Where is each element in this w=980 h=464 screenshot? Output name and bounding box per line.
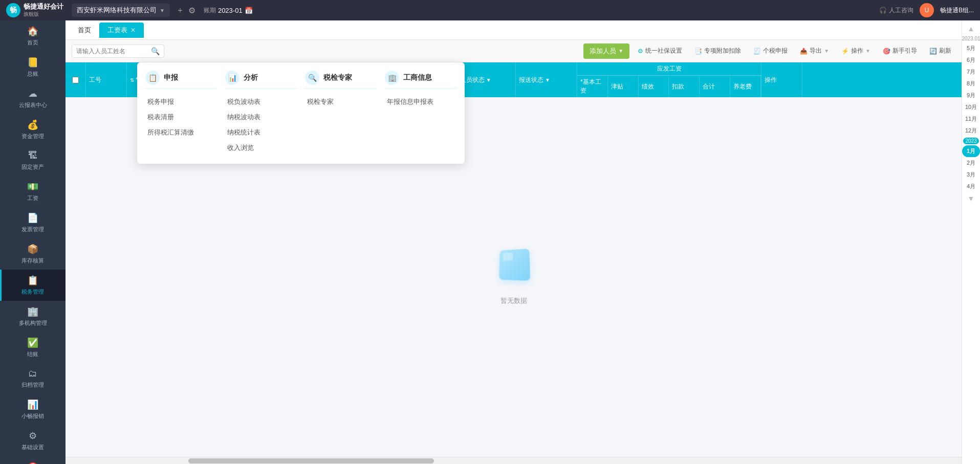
tab-close-button[interactable]: ✕ (130, 27, 136, 34)
horizontal-scrollbar[interactable] (66, 457, 962, 464)
new-guide-label: 新手引导 (892, 47, 917, 55)
sidebar-item-cloud-report[interactable]: ☁ 云报表中心 (0, 83, 66, 114)
filter-report-icon[interactable]: ▼ (545, 77, 550, 83)
rs-month-4[interactable]: 4月 (962, 181, 980, 192)
menu-item-tax-statistics[interactable]: 纳税统计表 (225, 125, 297, 140)
support-label: 人工咨询 (889, 6, 913, 15)
declaration-icon: 📋 (145, 71, 160, 85)
sidebar-label-fixed-assets: 固定资产 (21, 163, 44, 171)
sidebar-item-home[interactable]: 🏠 首页 (0, 20, 66, 52)
topbar-actions: ＋ ⚙ (176, 5, 195, 16)
th-report: 报送状态 ▼ (516, 62, 577, 97)
sidebar-item-close[interactable]: ✅ 结账 (0, 332, 66, 363)
home-icon: 🏠 (27, 26, 38, 37)
rs-prev-button[interactable]: ▲ (966, 23, 977, 35)
salary-icon: 💵 (27, 181, 38, 192)
main-layout: 🏠 首页 📒 总账 ☁ 云报表中心 💰 资金管理 🏗 固定资产 💵 工资 📄 发… (0, 20, 980, 464)
rs-month-6[interactable]: 6月 (962, 54, 980, 66)
special-deduct-button[interactable]: 📑 专项附加扣除 (690, 45, 745, 57)
th-deduct: 扣款 (669, 76, 700, 97)
calendar-icon[interactable]: 📅 (245, 7, 253, 14)
empty-icon (493, 249, 534, 290)
sidebar-item-guide[interactable]: 🎯 新手引导 (0, 456, 66, 464)
fund-icon: 💰 (27, 119, 38, 130)
company-name: 西安虾米网络科技有限公司 (77, 6, 157, 15)
th-op: 操作 (761, 62, 802, 97)
sidebar-label-home: 首页 (27, 39, 38, 47)
tab-salary-table[interactable]: 工资表 ✕ (99, 23, 144, 38)
add-person-arrow-icon: ▼ (618, 48, 623, 54)
select-all-checkbox[interactable] (72, 77, 79, 83)
refresh-label: 刷新 (939, 47, 951, 55)
rs-month-1-active[interactable]: 1月 (962, 145, 980, 157)
search-input[interactable] (76, 48, 148, 55)
empty-cube-graphic (499, 248, 530, 280)
rs-next-button[interactable]: ▼ (966, 192, 977, 205)
cloud-icon: ☁ (28, 88, 37, 99)
sidebar-item-fund[interactable]: 💰 资金管理 (0, 114, 66, 145)
add-person-button[interactable]: 添加人员 ▼ (583, 43, 629, 59)
invoice-icon: 📄 (27, 212, 38, 224)
th-yingfa-group: 应发工资 *基本工资 津贴 绩效 扣款 合计 养老费 (577, 62, 761, 97)
sidebar-label-salary: 工资 (27, 194, 38, 202)
export-label: 导出 (810, 47, 822, 55)
add-company-button[interactable]: ＋ (176, 5, 184, 16)
operate-button[interactable]: ⚡ 操作 ▼ (837, 45, 875, 57)
personal-tax-button[interactable]: 🧾 个税申报 (749, 45, 792, 57)
dropdown-col-header-tax-expert: 🔍 税检专家 (305, 71, 377, 89)
dropdown-col-header-business-info: 🏢 工商信息 (385, 71, 456, 89)
rs-month-2[interactable]: 2月 (962, 157, 980, 169)
tax-expert-title: 税检专家 (323, 73, 352, 82)
menu-item-tax-table-list[interactable]: 税表清册 (145, 109, 217, 125)
rs-month-3[interactable]: 3月 (962, 169, 980, 181)
menu-item-tax-burden-fluctuation[interactable]: 税负波动表 (225, 94, 297, 109)
sidebar-item-fixed-assets[interactable]: 🏗 固定资产 (0, 145, 66, 176)
rs-month-5[interactable]: 5月 (962, 42, 980, 54)
menu-item-annual-report[interactable]: 年报信息申报表 (385, 94, 456, 109)
support-button[interactable]: 🎧 人工咨询 (879, 6, 913, 15)
menu-item-tax-payment-fluctuation[interactable]: 纳税波动表 (225, 109, 297, 125)
logo-area: 畅 畅捷通好会计 旗舰版 (6, 3, 68, 18)
sidebar-item-tax[interactable]: 📋 税务管理 (0, 270, 66, 301)
menu-item-tax-expert[interactable]: 税检专家 (305, 94, 377, 109)
rs-month-7[interactable]: 7月 (962, 66, 980, 78)
export-button[interactable]: 📤 导出 ▼ (796, 45, 833, 57)
rs-month-11[interactable]: 11月 (962, 113, 980, 125)
sidebar-item-invoice[interactable]: 📄 发票管理 (0, 207, 66, 238)
search-icon: 🔍 (151, 47, 160, 55)
filter-status-icon[interactable]: ▼ (486, 77, 491, 83)
menu-item-income-browse[interactable]: 收入浏览 (225, 140, 297, 156)
sidebar-label-inventory: 库存核算 (21, 257, 44, 264)
rs-month-10[interactable]: 10月 (962, 101, 980, 113)
tab-home[interactable]: 首页 (70, 23, 99, 38)
company-selector[interactable]: 西安虾米网络科技有限公司 ▼ (72, 4, 170, 17)
tax-icon: 📋 (27, 275, 38, 286)
sidebar-label-close: 结账 (27, 350, 38, 358)
rs-year-tag: 2023 (963, 138, 978, 144)
menu-item-tax-declaration[interactable]: 税务申报 (145, 94, 217, 109)
rs-month-9[interactable]: 9月 (962, 90, 980, 101)
user-name[interactable]: 畅捷通B组... (940, 6, 974, 15)
new-guide-button[interactable]: 🎯 新手引导 (879, 45, 921, 57)
operate-arrow-icon: ▼ (865, 48, 870, 54)
sidebar-item-ledger[interactable]: 📒 总账 (0, 52, 66, 83)
refresh-button[interactable]: 🔄 刷新 (925, 45, 955, 57)
special-deduct-icon: 📑 (694, 48, 702, 55)
rs-month-8[interactable]: 8月 (962, 78, 980, 90)
sidebar-item-inventory[interactable]: 📦 库存核算 (0, 238, 66, 270)
sidebar-label-invoice: 发票管理 (21, 226, 44, 233)
th-yingfa-title: 应发工资 (577, 62, 761, 76)
sidebar-label-settings: 基础设置 (21, 444, 44, 451)
sidebar-label-archive: 归档管理 (21, 381, 44, 389)
sidebar-item-salary[interactable]: 💵 工资 (0, 176, 66, 207)
sidebar-item-multi-org[interactable]: 🏢 多机构管理 (0, 301, 66, 332)
th-checkbox[interactable] (66, 62, 86, 97)
sidebar-item-report[interactable]: 📊 小畅报销 (0, 394, 66, 425)
settings-button[interactable]: ⚙ (188, 6, 195, 15)
unified-social-button[interactable]: ⚙ 统一社保设置 (634, 45, 686, 57)
rs-month-12[interactable]: 12月 (962, 125, 980, 137)
sidebar-item-archive[interactable]: 🗂 归档管理 (0, 363, 66, 394)
scroll-thumb[interactable] (188, 458, 434, 463)
menu-item-income-tax-settlement[interactable]: 所得税汇算清缴 (145, 125, 217, 140)
sidebar-item-settings[interactable]: ⚙ 基础设置 (0, 425, 66, 456)
